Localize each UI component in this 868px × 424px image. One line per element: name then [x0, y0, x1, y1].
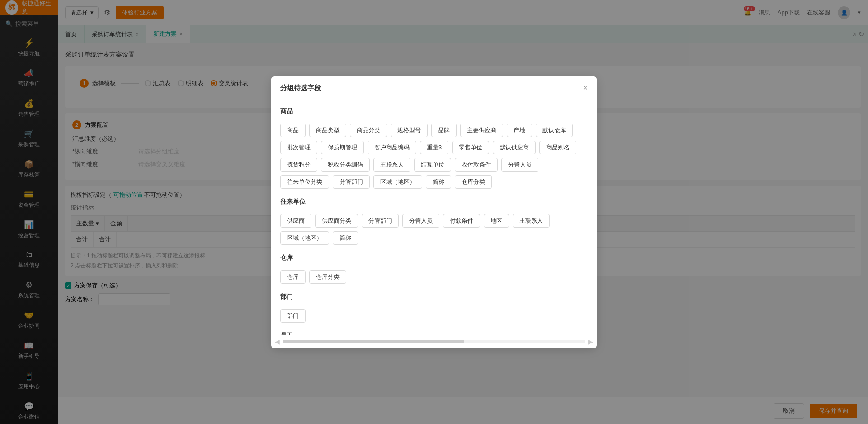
warehouse-field-tags: 仓库 仓库分类: [280, 270, 588, 284]
field-tag[interactable]: 规格型号: [391, 124, 428, 137]
field-tag[interactable]: 地区: [484, 214, 509, 228]
field-tag[interactable]: 批次管理: [280, 141, 317, 154]
field-tag[interactable]: 默认仓库: [536, 124, 573, 137]
field-tag[interactable]: 简称: [333, 231, 358, 245]
modal-overlay: 分组待选字段 × 商品 商品 商品类型 商品分类 规格型号 品牌 主要供应商 产…: [0, 0, 868, 424]
modal-body: 商品 商品 商品类型 商品分类 规格型号 品牌 主要供应商 产地 默认仓库 批次…: [271, 100, 597, 335]
field-tag[interactable]: 分管部门: [333, 175, 370, 189]
modal-title: 分组待选字段: [280, 84, 321, 92]
field-tag[interactable]: 分管人员: [402, 214, 439, 228]
field-tag[interactable]: 仓库: [280, 270, 306, 284]
field-tag[interactable]: 区域（地区）: [373, 175, 422, 189]
scroll-left-icon[interactable]: ◀: [275, 338, 280, 345]
department-field-tags: 部门: [280, 309, 588, 323]
field-tag[interactable]: 产地: [507, 124, 532, 137]
field-group-department: 部门 部门: [280, 293, 588, 323]
field-group-product: 商品 商品 商品类型 商品分类 规格型号 品牌 主要供应商 产地 默认仓库 批次…: [280, 107, 588, 189]
modal-header: 分组待选字段 ×: [271, 76, 597, 100]
field-tag[interactable]: 分管人员: [501, 158, 538, 172]
field-tag[interactable]: 商品类型: [309, 124, 346, 137]
field-group-title-partner: 往来单位: [280, 198, 588, 209]
field-select-modal: 分组待选字段 × 商品 商品 商品类型 商品分类 规格型号 品牌 主要供应商 产…: [271, 76, 597, 348]
scrollbar-thumb: [283, 340, 464, 343]
horizontal-scrollbar[interactable]: [283, 340, 585, 343]
field-group-warehouse: 仓库 仓库 仓库分类: [280, 254, 588, 284]
field-tag[interactable]: 税收分类编码: [321, 158, 370, 172]
field-tag[interactable]: 品牌: [431, 124, 457, 137]
field-tag[interactable]: 供应商: [280, 214, 311, 228]
field-tag[interactable]: 区域（地区）: [280, 231, 329, 245]
product-field-tags: 商品 商品类型 商品分类 规格型号 品牌 主要供应商 产地 默认仓库 批次管理 …: [280, 124, 588, 189]
field-tag[interactable]: 零售单位: [452, 141, 489, 154]
field-tag[interactable]: 商品别名: [539, 141, 576, 154]
field-tag[interactable]: 主联系人: [373, 158, 410, 172]
field-tag[interactable]: 收付款条件: [455, 158, 498, 172]
scroll-right-icon[interactable]: ▶: [588, 338, 593, 345]
modal-close-button[interactable]: ×: [583, 84, 588, 92]
field-tag[interactable]: 仓库分类: [309, 270, 346, 284]
field-tag[interactable]: 商品: [280, 124, 306, 137]
field-tag[interactable]: 客户商品编码: [368, 141, 416, 154]
field-tag[interactable]: 主联系人: [513, 214, 550, 228]
field-tag[interactable]: 简称: [426, 175, 451, 189]
field-tag[interactable]: 结算单位: [414, 158, 451, 172]
field-group-partner: 往来单位 供应商 供应商分类 分管部门 分管人员 付款条件 地区 主联系人 区域…: [280, 198, 588, 245]
field-tag[interactable]: 分管部门: [362, 214, 399, 228]
field-tag[interactable]: 付款条件: [443, 214, 480, 228]
field-tag[interactable]: 供应商分类: [315, 214, 358, 228]
field-group-title-warehouse: 仓库: [280, 254, 588, 265]
field-tag[interactable]: 仓库分类: [455, 175, 492, 189]
field-tag[interactable]: 部门: [280, 309, 306, 323]
modal-scrollbar-area: ◀ ▶: [271, 335, 597, 348]
field-tag[interactable]: 拣货积分: [280, 158, 317, 172]
field-tag[interactable]: 主要供应商: [460, 124, 503, 137]
field-group-title-product: 商品: [280, 107, 588, 118]
field-tag[interactable]: 商品分类: [350, 124, 387, 137]
field-group-employee: 员工 业务员: [280, 332, 588, 335]
field-group-title-department: 部门: [280, 293, 588, 304]
field-tag[interactable]: 往来单位分类: [280, 175, 329, 189]
field-tag[interactable]: 保质期管理: [321, 141, 364, 154]
partner-field-tags: 供应商 供应商分类 分管部门 分管人员 付款条件 地区 主联系人 区域（地区） …: [280, 214, 588, 245]
field-tag[interactable]: 重量3: [420, 141, 448, 154]
field-group-title-employee: 员工: [280, 332, 588, 335]
field-tag[interactable]: 默认供应商: [493, 141, 536, 154]
